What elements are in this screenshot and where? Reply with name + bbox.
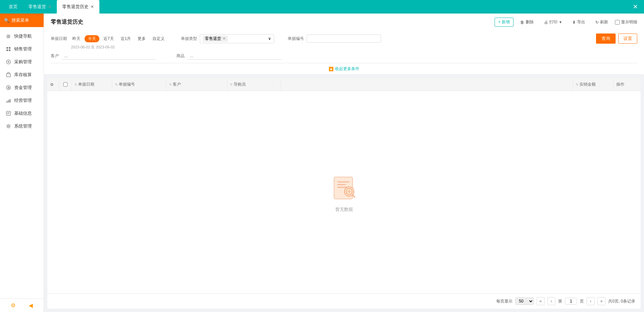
customer-input[interactable] bbox=[62, 52, 156, 60]
tab-retail-return-history-close[interactable]: ✕ bbox=[91, 4, 94, 9]
show-detail-label: 显示明细 bbox=[621, 19, 637, 25]
sidebar-item-finance-label: 资金管理 bbox=[14, 85, 32, 91]
sort-number-icon[interactable]: ⇅ bbox=[115, 83, 118, 86]
content-area: 零售退货历史 + 新增 🗑 🗑 删除 删除 🖨 打印 ▼ ⬇ bbox=[44, 14, 644, 312]
page-input[interactable] bbox=[565, 298, 577, 305]
date-option-1month[interactable]: 近1月 bbox=[118, 35, 134, 42]
basic-info-icon bbox=[5, 110, 11, 116]
delete-button[interactable]: 🗑 🗑 删除 删除 bbox=[517, 18, 537, 27]
prev-page-button[interactable]: ‹ bbox=[547, 297, 555, 305]
date-option-yesterday[interactable]: 昨天 bbox=[70, 35, 83, 42]
tab-retail-return-history[interactable]: 零售退货历史 ✕ bbox=[57, 0, 99, 14]
svg-rect-7 bbox=[6, 101, 7, 103]
tab-list: 首页 零售退货 ✕ 零售退货历史 ✕ bbox=[3, 0, 630, 14]
sidebar-item-quick-nav-label: 快捷导航 bbox=[14, 33, 32, 39]
th-action-label: 操作 bbox=[616, 82, 624, 87]
per-page-select[interactable]: 50 10 20 100 bbox=[515, 297, 534, 305]
show-detail-toggle[interactable]: 显示明细 bbox=[615, 19, 637, 25]
sidebar-item-operations[interactable]: 经营管理 bbox=[0, 94, 44, 107]
customer-filter: 客户 bbox=[51, 52, 156, 60]
tab-retail-return-history-label: 零售退货历史 bbox=[62, 4, 89, 10]
sidebar-item-system-mgmt[interactable]: 系统管理 bbox=[0, 120, 44, 133]
page-unit: 页 bbox=[580, 298, 584, 304]
sidebar-item-quick-nav[interactable]: ⊞ 快捷导航 bbox=[0, 30, 44, 43]
sort-date-icon[interactable]: ⇅ bbox=[74, 83, 77, 86]
tab-retail-return-close[interactable]: ✕ bbox=[48, 4, 51, 9]
sidebar-item-sales-mgmt[interactable]: 销售管理 bbox=[0, 43, 44, 55]
sidebar-search-label: 搜索菜单 bbox=[11, 17, 29, 23]
type-select[interactable]: 零售退货 ✕ ∨ bbox=[200, 34, 274, 43]
th-guide-label: 导购员 bbox=[234, 82, 246, 87]
collapse-button[interactable]: 🔼 收起更多条件 bbox=[51, 63, 637, 74]
print-button[interactable]: 🖨 打印 ▼ bbox=[541, 18, 566, 27]
new-button[interactable]: + 新增 bbox=[495, 18, 514, 27]
th-spacer bbox=[281, 78, 573, 91]
collapse-icon[interactable]: ◀ bbox=[29, 302, 33, 309]
pagination: 每页显示 50 10 20 100 « ‹ 第 页 › » 共0页, 0条记录 bbox=[47, 293, 641, 309]
date-option-7days[interactable]: 近7天 bbox=[101, 35, 117, 42]
table-settings-icon[interactable]: ⚙ bbox=[50, 82, 54, 87]
sidebar-item-inventory[interactable]: 库存核算 bbox=[0, 68, 44, 81]
goods-input[interactable] bbox=[187, 52, 282, 60]
th-action: 操作 bbox=[614, 78, 641, 91]
th-settings[interactable]: ⚙ bbox=[47, 78, 59, 91]
show-detail-checkbox[interactable] bbox=[615, 20, 620, 25]
number-input[interactable] bbox=[307, 35, 381, 43]
filter-row-2: 客户 商品 bbox=[51, 52, 637, 60]
sidebar-search[interactable]: 🔍 搜索菜单 bbox=[0, 14, 44, 27]
tab-retail-return[interactable]: 零售退货 ✕ bbox=[23, 0, 57, 14]
setting-button[interactable]: 设置 bbox=[618, 34, 637, 44]
date-option-custom[interactable]: 自定义 bbox=[150, 35, 167, 42]
sort-customer-icon[interactable]: ⇅ bbox=[169, 83, 172, 86]
svg-rect-3 bbox=[9, 49, 10, 51]
date-option-today[interactable]: 今天 bbox=[85, 35, 99, 42]
date-option-more[interactable]: 更多 bbox=[135, 35, 148, 42]
svg-line-18 bbox=[353, 195, 355, 197]
type-filter-label: 单据类型 bbox=[181, 36, 197, 42]
table-header: ⚙ ⇅ 单据日期 ⇅ 单据编号 ⇅ 客户 ⇅ bbox=[47, 78, 641, 91]
th-checkbox[interactable] bbox=[59, 78, 72, 91]
refresh-icon: ↻ bbox=[595, 20, 599, 25]
svg-rect-14 bbox=[337, 184, 346, 185]
empty-state: 暂无数据 bbox=[47, 91, 641, 293]
sort-guide-icon[interactable]: ⇅ bbox=[230, 83, 233, 86]
collapse-label: 收起更多条件 bbox=[335, 66, 359, 72]
first-page-button[interactable]: « bbox=[536, 297, 545, 305]
table-container: ⚙ ⇅ 单据日期 ⇅ 单据编号 ⇅ 客户 ⇅ bbox=[47, 78, 641, 293]
type-dropdown-icon: ∨ bbox=[268, 36, 271, 41]
print-dropdown-icon: ▼ bbox=[559, 20, 562, 24]
type-tag-remove[interactable]: ✕ bbox=[222, 36, 226, 41]
window-close-icon[interactable]: ✕ bbox=[630, 3, 641, 10]
tab-retail-return-label: 零售退货 bbox=[28, 4, 46, 10]
page-title: 零售退货历史 bbox=[51, 19, 83, 26]
settings-icon[interactable]: ⚙ bbox=[11, 302, 16, 309]
tab-home[interactable]: 首页 bbox=[3, 0, 23, 14]
operations-icon bbox=[5, 97, 11, 104]
th-amount: ⇅ 实销金额 bbox=[573, 78, 614, 91]
th-date: ⇅ 单据日期 bbox=[72, 78, 112, 91]
sort-amount-icon[interactable]: ⇅ bbox=[576, 83, 578, 86]
inventory-icon bbox=[5, 72, 11, 78]
next-page-button[interactable]: › bbox=[587, 297, 595, 305]
last-page-button[interactable]: » bbox=[597, 297, 605, 305]
type-filter: 单据类型 零售退货 ✕ ∨ bbox=[181, 34, 274, 43]
svg-rect-5 bbox=[6, 74, 10, 77]
export-icon: ⬇ bbox=[572, 20, 576, 25]
sidebar-item-basic-info[interactable]: 基础信息 bbox=[0, 107, 44, 120]
export-button[interactable]: ⬇ 导出 bbox=[569, 18, 589, 27]
empty-icon bbox=[327, 172, 361, 202]
svg-rect-1 bbox=[9, 47, 10, 49]
sidebar-item-finance[interactable]: 资金管理 bbox=[0, 81, 44, 94]
sidebar-item-purchase-mgmt[interactable]: 采购管理 bbox=[0, 55, 44, 68]
svg-rect-8 bbox=[8, 100, 9, 103]
th-number-label: 单据编号 bbox=[119, 82, 135, 87]
refresh-button[interactable]: ↻ 刷新 bbox=[592, 18, 612, 27]
query-button[interactable]: 查询 bbox=[596, 34, 616, 44]
sidebar-nav: ⊞ 快捷导航 销售管理 采购管理 库存核算 bbox=[0, 27, 44, 298]
svg-rect-0 bbox=[6, 47, 8, 49]
select-all-checkbox[interactable] bbox=[63, 82, 68, 87]
svg-rect-9 bbox=[9, 99, 10, 103]
per-page-label: 每页显示 bbox=[496, 298, 512, 304]
number-filter: 单据编号 bbox=[288, 35, 381, 43]
page-label: 第 bbox=[558, 298, 562, 304]
